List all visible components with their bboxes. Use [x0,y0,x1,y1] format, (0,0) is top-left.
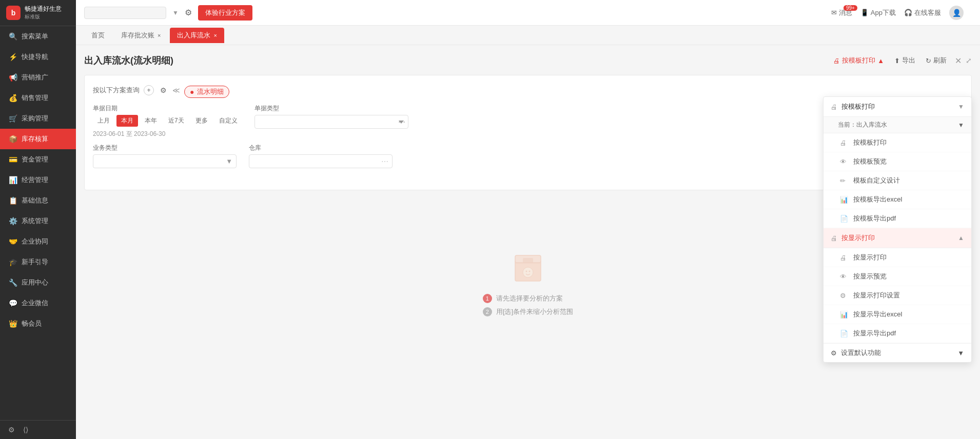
user-avatar[interactable]: 👤 [949,6,964,20]
date-btn-more[interactable]: 更多 [191,115,212,127]
hint-1-num: 1 [483,294,492,303]
dropdown-item-display-print[interactable]: 🖨 按显示打印 [824,248,971,267]
page-content: 出入库流水(流水明细) 🖨 按模板打印 ▲ ⬆ 导出 ↻ 刷新 [76,45,980,439]
refresh-icon: ↻ [926,57,931,65]
window-expand-btn[interactable]: ⤢ [966,56,972,65]
sidebar-item-marketing[interactable]: 📢 营销推广 [0,67,76,88]
topbar-app-btn[interactable]: 📱 App下载 [860,8,896,17]
dropdown-item-template-pdf[interactable]: 📄 按模板导出pdf [824,209,971,228]
sidebar-item-operations[interactable]: 📊 经营管理 [0,170,76,190]
window-close-btn[interactable]: ✕ [955,56,962,66]
batch-tab-close[interactable]: × [158,32,161,38]
sidebar-item-label: 企业微信 [22,298,48,308]
display-preview-label: 按显示预览 [853,272,887,281]
apps-icon: 🔧 [8,278,17,287]
basic-icon: 📋 [8,196,17,205]
display-settings-label: 按显示打印设置 [853,291,900,300]
flow-tab-close[interactable]: × [213,32,217,38]
topbar-msg-btn[interactable]: ✉ 消息 99+ [831,8,852,17]
tab-batch[interactable]: 库存批次账 × [114,28,168,43]
template-section-arrow: ▼ [958,103,964,110]
display-print-item-label: 按显示打印 [853,253,887,262]
dropdown-footer[interactable]: ⚙ 设置默认功能 ▼ [824,343,971,362]
date-filter-group: 单据日期 上月 本月 本年 近7天 更多 自定义 2023-06-01 至 20… [93,104,242,138]
sidebar: b 畅捷通好生意 标准版 🔍 搜索菜单 ⚡ 快捷导航 📢 营销推广 💰 销售管理… [0,0,76,439]
date-btn-7days[interactable]: 近7天 [164,115,189,127]
sidebar-item-corp[interactable]: 🤝 企业协同 [0,231,76,252]
template-custom-label: 模板自定义设计 [853,176,900,185]
sidebar-item-search[interactable]: 🔍 搜索菜单 [0,26,76,47]
export-btn[interactable]: ⬆ 导出 [890,53,919,68]
sidebar-item-label: 应用中心 [22,278,48,287]
display-print-section-header[interactable]: 🖨 按显示打印 ▲ [824,228,971,248]
topbar-search-input[interactable] [84,7,166,19]
printer-icon-display: 🖨 [831,234,837,242]
template-excel-label: 按模板导出excel [853,195,902,204]
app-name-block: 畅捷通好生意 标准版 [25,5,62,21]
industry-btn[interactable]: 体验行业方案 [198,5,252,21]
sales-icon: 💰 [8,93,17,103]
date-btn-this-month[interactable]: 本月 [116,115,138,127]
doctype-select[interactable] [254,115,408,129]
topbar-gear-icon[interactable]: ⚙ [185,8,192,17]
sidebar-item-finance[interactable]: 💳 资金管理 [0,149,76,170]
sidebar-item-purchase[interactable]: 🛒 采购管理 [0,108,76,129]
empty-state-icon [507,248,548,289]
sidebar-item-basic[interactable]: 📋 基础信息 [0,190,76,211]
app-logo-icon: b [6,6,21,20]
sidebar-item-label: 快捷导航 [22,52,48,62]
app-version: 标准版 [25,13,62,21]
empty-hint-2: 2 用[选]条件来缩小分析范围 [483,307,573,316]
sidebar-item-wechat[interactable]: 💬 企业微信 [0,293,76,313]
sidebar-item-label: 营销推广 [22,73,48,82]
export-icon: ⬆ [894,57,900,65]
empty-hint-1: 1 请先选择要分析的方案 [483,294,573,303]
template-print-section-header[interactable]: 🖨 按模板打印 ▼ [824,97,971,117]
filter-settings-btn[interactable]: ⚙ [158,85,168,95]
tab-flow[interactable]: 出入库流水 × [170,28,224,43]
shortcut-icon: ⚡ [8,52,17,62]
dropdown-item-template-preview[interactable]: 👁 按模板预览 [824,152,971,171]
current-indicator: 当前：出入库流水 ▼ [824,117,971,133]
sidebar-item-newbie[interactable]: 🎓 新手引导 [0,252,76,272]
sidebar-item-inventory[interactable]: 📦 库存核算 [0,129,76,149]
topbar-service-btn[interactable]: 🎧 在线客服 [904,8,941,17]
sidebar-item-system[interactable]: ⚙️ 系统管理 [0,211,76,231]
dropdown-item-display-pdf[interactable]: 📄 按显示导出pdf [824,324,971,343]
tab-home[interactable]: 首页 [84,28,112,43]
warehouse-more-icon[interactable]: ⋯ [381,157,388,166]
sidebar-item-label: 企业协同 [22,237,48,246]
dropdown-item-template-excel[interactable]: 📊 按模板导出excel [824,190,971,209]
hint-2-num: 2 [483,307,492,316]
refresh-btn[interactable]: ↻ 刷新 [922,53,951,68]
sidebar-item-member[interactable]: 👑 畅会员 [0,313,76,334]
sidebar-item-label: 系统管理 [22,216,48,226]
sidebar-item-sales[interactable]: 💰 销售管理 [0,88,76,108]
sidebar-item-apps[interactable]: 🔧 应用中心 [0,272,76,293]
dropdown-item-display-excel[interactable]: 📊 按显示导出excel [824,305,971,324]
dropdown-item-template-print[interactable]: 🖨 按模板打印 [824,133,971,152]
biztype-select[interactable] [93,154,237,168]
dropdown-item-display-preview[interactable]: 👁 按显示预览 [824,267,971,286]
filter-collapse-btn[interactable]: ≪ [172,86,180,94]
active-filter-tag[interactable]: ● 流水明细 [184,86,229,98]
sidebar-settings-btn[interactable]: ⚙ [8,426,15,434]
svg-point-4 [523,267,533,277]
dropdown-item-display-settings[interactable]: ⚙ 按显示打印设置 [824,286,971,305]
newbie-icon: 🎓 [8,257,17,267]
sidebar-collapse-btn[interactable]: ⟨⟩ [23,426,28,434]
printer-icon-template: 🖨 [831,103,837,111]
date-btn-this-year[interactable]: 本年 [140,115,162,127]
date-btn-last-month[interactable]: 上月 [93,115,114,127]
warehouse-input[interactable] [249,154,393,168]
filter-label: 按以下方案查询 [93,86,140,95]
topbar-dropdown-arrow[interactable]: ▼ [172,9,179,16]
dropdown-item-template-custom[interactable]: ✏ 模板自定义设计 [824,171,971,190]
purchase-icon: 🛒 [8,114,17,123]
filter-add-btn[interactable]: + [144,85,154,95]
date-btn-custom[interactable]: 自定义 [214,115,242,127]
sidebar-item-shortcut[interactable]: ⚡ 快捷导航 [0,47,76,67]
print-dropdown: 🖨 按模板打印 ▼ 当前：出入库流水 ▼ 🖨 按模板打印 👁 按模板预览 [823,96,972,363]
doctype-more-btn[interactable]: ⋯ [398,118,405,126]
print-template-btn[interactable]: 🖨 按模板打印 ▲ [829,53,888,68]
